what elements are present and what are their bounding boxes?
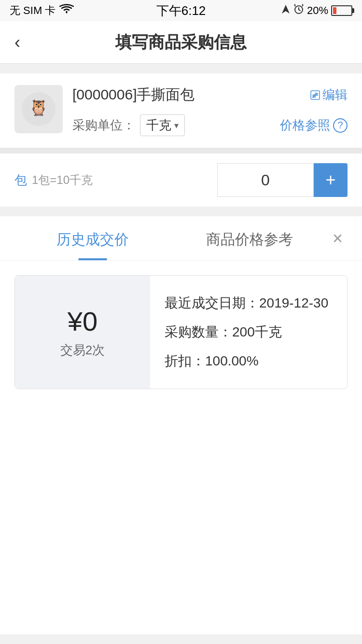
tab-history-label: 历史成交价 <box>56 231 129 247</box>
location-icon <box>281 4 291 17</box>
unit-select[interactable]: 千克 ▾ <box>140 114 185 136</box>
status-left: 无 SIM 卡 <box>10 3 74 18</box>
quantity-value: 200千克 <box>232 324 282 339</box>
tab-section: 历史成交价 商品价格参考 × ¥0 交易2次 最近成交日期：2019-12-30… <box>0 216 362 404</box>
currency-symbol: ¥ <box>68 306 83 336</box>
edit-icon <box>310 90 320 100</box>
transaction-count: 交易2次 <box>60 342 105 359</box>
price-section: ¥0 交易2次 最近成交日期：2019-12-30 采购数量：200千克 折扣：… <box>0 261 362 404</box>
svg-line-2 <box>299 10 300 11</box>
quantity-input-group: + <box>217 163 348 197</box>
product-card: 🦉 [0000006]手撕面包 编辑 采购单位： 千克 ▾ <box>0 73 362 148</box>
recent-date-row: 最近成交日期：2019-12-30 <box>165 293 333 313</box>
price-amount: ¥0 <box>68 306 97 337</box>
battery-percentage: 20% <box>307 4 328 17</box>
battery-icon <box>331 5 352 16</box>
page-title: 填写商品采购信息 <box>115 31 247 54</box>
edit-button[interactable]: 编辑 <box>310 86 348 103</box>
quantity-label: 采购数量： <box>165 324 232 339</box>
discount-label: 折扣： <box>165 353 205 368</box>
status-right: 20% <box>281 4 352 17</box>
quantity-plus-button[interactable]: + <box>314 163 348 197</box>
product-owl-icon: 🦉 <box>19 90 58 128</box>
price-left-panel: ¥0 交易2次 <box>15 276 150 389</box>
svg-text:🦉: 🦉 <box>29 98 48 117</box>
price-card: ¥0 交易2次 最近成交日期：2019-12-30 采购数量：200千克 折扣：… <box>14 275 348 389</box>
wifi-icon <box>59 4 74 17</box>
tab-history-price[interactable]: 历史成交价 <box>14 216 171 260</box>
edit-label: 编辑 <box>322 86 348 103</box>
tab-header: 历史成交价 商品价格参考 × <box>0 216 362 261</box>
price-reference-button[interactable]: 价格参照 ? <box>280 117 348 134</box>
status-time: 下午6:12 <box>156 2 206 19</box>
back-button[interactable]: ‹ <box>14 32 20 53</box>
quantity-label-group: 包 1包=10千克 <box>14 172 93 189</box>
product-name: [0000006]手撕面包 <box>72 85 195 105</box>
product-name-row: [0000006]手撕面包 编辑 <box>72 85 348 105</box>
price-ref-label: 价格参照 <box>280 117 330 134</box>
help-icon: ? <box>333 118 348 133</box>
amount-value: 0 <box>83 306 97 336</box>
quantity-row: 包 1包=10千克 + <box>0 154 362 207</box>
tab-close-button[interactable]: × <box>328 224 348 253</box>
nav-bar: ‹ 填写商品采购信息 <box>0 21 362 64</box>
unit-arrow-icon: ▾ <box>174 120 179 131</box>
main-content-area <box>0 404 362 634</box>
recent-date-value: 2019-12-30 <box>259 295 328 310</box>
package-conversion: 1包=10千克 <box>32 172 93 188</box>
plus-icon: + <box>325 170 335 190</box>
product-image: 🦉 <box>14 85 63 133</box>
tab-product-price[interactable]: 商品价格参考 <box>171 216 327 260</box>
product-info: [0000006]手撕面包 编辑 采购单位： 千克 ▾ 价格参 <box>72 85 348 136</box>
recent-date-label: 最近成交日期： <box>165 295 259 310</box>
tab-active-indicator <box>78 258 107 260</box>
unit-label: 采购单位： <box>72 117 135 134</box>
tab-product-label: 商品价格参考 <box>206 231 293 247</box>
product-unit-row: 采购单位： 千克 ▾ 价格参照 ? <box>72 114 348 136</box>
status-bar: 无 SIM 卡 下午6:12 20% <box>0 0 362 21</box>
alarm-icon <box>293 4 304 17</box>
price-right-panel: 最近成交日期：2019-12-30 采购数量：200千克 折扣：100.00% <box>150 276 347 389</box>
separator <box>0 148 362 154</box>
package-unit-label: 包 <box>14 172 27 189</box>
discount-row: 折扣：100.00% <box>165 351 333 371</box>
unit-value: 千克 <box>146 117 171 134</box>
discount-value: 100.00% <box>205 353 259 368</box>
quantity-input[interactable] <box>217 163 314 197</box>
carrier-text: 无 SIM 卡 <box>10 3 56 18</box>
purchase-quantity-row: 采购数量：200千克 <box>165 322 333 342</box>
